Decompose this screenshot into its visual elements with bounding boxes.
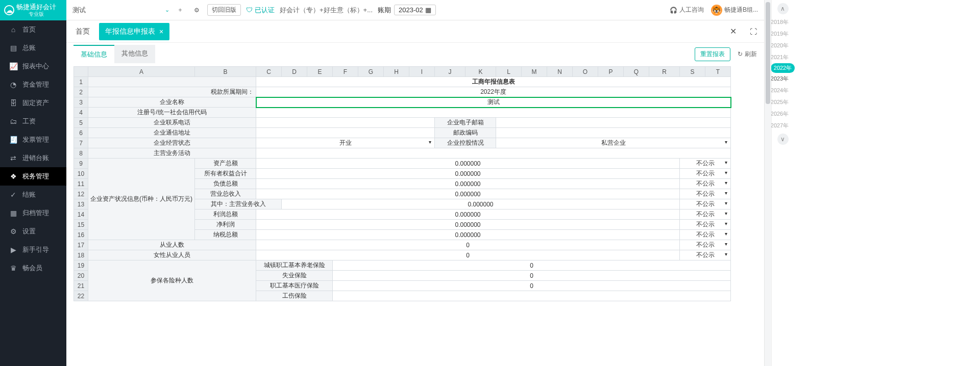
sidebar-item-固定资产[interactable]: 🗄固定资产 xyxy=(0,94,66,112)
year-2027年[interactable]: 2027年 xyxy=(771,120,795,132)
sidebar-item-进销台账[interactable]: ⇄进销台账 xyxy=(0,149,66,167)
publish-select[interactable]: 不公示 xyxy=(680,179,731,189)
refresh-button[interactable]: ↻ 刷新 xyxy=(738,50,757,59)
row-8[interactable]: 8 xyxy=(74,148,88,159)
user-menu[interactable]: 🐯 畅捷通B组... xyxy=(711,5,758,16)
subtab-other[interactable]: 其他信息 xyxy=(114,45,155,63)
year-2024年[interactable]: 2024年 xyxy=(771,85,795,96)
year-2019年[interactable]: 2019年 xyxy=(771,28,795,40)
subtab-basic[interactable]: 基础信息 xyxy=(74,45,114,63)
col-D[interactable]: D xyxy=(282,67,307,77)
publish-select[interactable]: 不公示 xyxy=(680,169,731,179)
col-C[interactable]: C xyxy=(256,67,282,77)
row-13[interactable]: 13 xyxy=(74,199,88,210)
close-icon[interactable]: × xyxy=(159,28,163,36)
year-2021年[interactable]: 2021年 xyxy=(771,51,795,63)
publish-select[interactable]: 不公示 xyxy=(680,159,731,169)
sidebar-item-首页[interactable]: ⌂首页 xyxy=(0,20,66,39)
row-9[interactable]: 9 xyxy=(74,159,88,169)
row-14[interactable]: 14 xyxy=(74,210,88,220)
row-2[interactable]: 2 xyxy=(74,87,88,97)
period-selector[interactable]: 账期 2023-02 ▦ xyxy=(378,5,436,15)
row-21[interactable]: 21 xyxy=(74,281,88,291)
year-2020年[interactable]: 2020年 xyxy=(771,40,795,51)
publish-select[interactable]: 不公示 xyxy=(680,210,731,220)
sidebar-item-结账[interactable]: ✓结账 xyxy=(0,186,66,204)
row-10[interactable]: 10 xyxy=(74,169,88,179)
col-P[interactable]: P xyxy=(598,67,624,77)
publish-select[interactable]: 不公示 xyxy=(680,220,731,230)
year-2018年[interactable]: 2018年 xyxy=(771,16,795,28)
sidebar-item-报表中心[interactable]: 📈报表中心 xyxy=(0,57,66,75)
sidebar-item-资金管理[interactable]: ◔资金管理 xyxy=(0,75,66,94)
reset-report-button[interactable]: 重置报表 xyxy=(695,47,730,61)
nav-icon: ❖ xyxy=(9,172,17,180)
sidebar-item-设置[interactable]: ⚙设置 xyxy=(0,222,66,241)
col-[interactable] xyxy=(74,67,88,77)
switch-old-button[interactable]: 切回旧版 xyxy=(207,4,241,16)
col-T[interactable]: T xyxy=(705,67,731,77)
row-5[interactable]: 5 xyxy=(74,118,88,128)
close-all-tabs[interactable]: ✕ xyxy=(730,27,737,36)
sidebar-item-工资[interactable]: 🗂工资 xyxy=(0,112,66,130)
publish-select[interactable]: 不公示 xyxy=(680,199,731,210)
business-status-select[interactable]: 开业 xyxy=(256,138,435,148)
tab-annual-report[interactable]: 年报信息申报表 × xyxy=(99,23,169,40)
row-16[interactable]: 16 xyxy=(74,230,88,240)
row-12[interactable]: 12 xyxy=(74,189,88,199)
sidebar-item-归档管理[interactable]: ▦归档管理 xyxy=(0,204,66,222)
sidebar-item-发票管理[interactable]: 🧾发票管理 xyxy=(0,130,66,149)
human-service-button[interactable]: 🎧 人工咨询 xyxy=(670,6,704,14)
col-L[interactable]: L xyxy=(496,67,522,77)
expand-icon[interactable]: ⛶ xyxy=(750,28,757,36)
sidebar-item-畅会员[interactable]: ♛畅会员 xyxy=(0,259,66,277)
holding-select[interactable]: 私营企业 xyxy=(496,138,731,148)
col-I[interactable]: I xyxy=(409,67,435,77)
sidebar-item-税务管理[interactable]: ❖税务管理 xyxy=(0,167,66,186)
row-22[interactable]: 22 xyxy=(74,291,88,301)
year-2022年[interactable]: 2022年 xyxy=(771,63,795,73)
col-R[interactable]: R xyxy=(649,67,680,77)
year-2023年[interactable]: 2023年 xyxy=(771,73,795,85)
year-2025年[interactable]: 2025年 xyxy=(771,96,795,108)
add-company-button[interactable]: ＋ xyxy=(175,5,186,16)
row-3[interactable]: 3 xyxy=(74,97,88,108)
publish-select[interactable]: 不公示 xyxy=(680,230,731,240)
settings-icon[interactable]: ⚙ xyxy=(191,5,202,16)
col-N[interactable]: N xyxy=(547,67,573,77)
row-18[interactable]: 18 xyxy=(74,250,88,260)
row-7[interactable]: 7 xyxy=(74,138,88,148)
col-O[interactable]: O xyxy=(573,67,598,77)
row-15[interactable]: 15 xyxy=(74,220,88,230)
spreadsheet[interactable]: ABCDEFGHIJKLMNOPQRST1工商年报信息表2税款所属期间：2022… xyxy=(66,63,764,366)
col-G[interactable]: G xyxy=(358,67,384,77)
publish-select[interactable]: 不公示 xyxy=(680,189,731,199)
row-19[interactable]: 19 xyxy=(74,260,88,271)
col-F[interactable]: F xyxy=(333,67,358,77)
company-selector[interactable]: 测试 ⌄ xyxy=(72,6,169,15)
year-scroll-down[interactable]: ∨ xyxy=(777,134,789,145)
col-S[interactable]: S xyxy=(680,67,705,77)
shield-icon: 🛡 xyxy=(246,6,253,14)
row-11[interactable]: 11 xyxy=(74,179,88,189)
vertical-scrollbar[interactable] xyxy=(764,0,771,366)
col-H[interactable]: H xyxy=(384,67,409,77)
year-scroll-up[interactable]: ∧ xyxy=(777,3,789,14)
row-17[interactable]: 17 xyxy=(74,240,88,250)
col-M[interactable]: M xyxy=(522,67,547,77)
col-K[interactable]: K xyxy=(465,67,496,77)
row-1[interactable]: 1 xyxy=(74,77,88,87)
company-name-cell[interactable]: 测试 xyxy=(256,97,731,108)
col-E[interactable]: E xyxy=(307,67,333,77)
col-A[interactable]: A xyxy=(88,67,195,77)
row-4[interactable]: 4 xyxy=(74,108,88,118)
col-J[interactable]: J xyxy=(435,67,465,77)
tab-home[interactable]: 首页 xyxy=(74,24,92,39)
row-20[interactable]: 20 xyxy=(74,271,88,281)
col-Q[interactable]: Q xyxy=(624,67,649,77)
sidebar-item-总账[interactable]: ▤总账 xyxy=(0,39,66,57)
sidebar-item-新手引导[interactable]: ▶新手引导 xyxy=(0,241,66,259)
col-B[interactable]: B xyxy=(195,67,256,77)
year-2026年[interactable]: 2026年 xyxy=(771,108,795,120)
row-6[interactable]: 6 xyxy=(74,128,88,138)
